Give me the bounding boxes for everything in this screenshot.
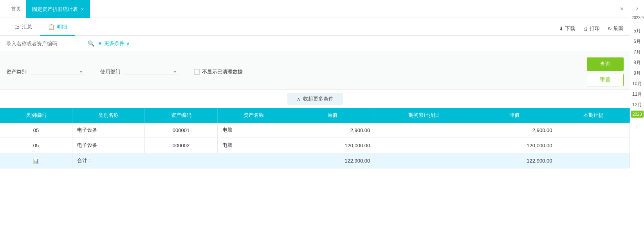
cell-original-value: 2,900.00 [290,123,375,138]
refresh-icon: ↻ [608,26,612,32]
col-asset-code: 资产编码 [145,108,218,123]
sidebar-month-11[interactable]: 11月 [631,89,644,99]
cell-current-provision [557,138,630,153]
more-filter-button[interactable]: ▼ 更多条件 ∨ [97,40,130,47]
cell-original-value: 120,000.00 [290,138,375,153]
sidebar-month-9[interactable]: 9月 [631,68,644,78]
sidebar-month-5[interactable]: 5月 [631,26,644,36]
checkbox-icon [194,69,200,75]
department-arrow-icon: ▼ [173,70,177,74]
sidebar-month-6[interactable]: 6月 [631,37,644,46]
cell-asset-code: 000001 [145,123,218,138]
hide-cleared-label: 不显示已清理数据 [202,68,243,75]
cell-net-value: 2,900.00 [472,123,557,138]
filter-row: 资产类别 ▼ 使用部门 ▼ 不显示已清理数据 [6,57,624,86]
sidebar-month-12[interactable]: 12月 [631,100,644,110]
filter-icon: ▼ [97,41,103,46]
tab-summary-label: 汇总 [22,23,32,30]
cell-asset-code: 000002 [145,138,218,153]
sidebar-year-label[interactable]: 2023 [631,111,644,118]
content-wrapper: 🗂 汇总 📋 明细 ⬇ 下载 🖨 打印 ↻ [0,18,630,236]
cell-asset-name: 电脑 [217,138,290,153]
subtotal-icon-cell: 📊 [0,153,72,168]
subtotal-net-value: 122,900.00 [472,153,557,168]
top-nav: 首页 固定资产折旧统计表 × × [0,0,630,18]
cell-category-name: 电子设备 [72,123,145,138]
subtotal-current-provision [557,153,630,168]
active-tab-label: 固定资产折旧统计表 [32,6,78,13]
table-body: 05 电子设备 000001 电脑 2,900.00 2,900.00 05 电… [0,123,630,168]
hide-cleared-checkbox[interactable]: 不显示已清理数据 [194,68,243,75]
col-asset-name: 资产名称 [217,108,290,123]
tab-detail-label: 明细 [57,23,67,30]
subtotal-row: 📊 合计： 122,900.00 122,900.00 [0,153,630,168]
window-close-button[interactable]: × [620,5,624,13]
sidebar-date-label: 2023.01 [631,14,644,21]
cell-category-code: 05 [0,138,72,153]
refresh-label: 刷新 [613,25,624,32]
search-bar: 🔍 ▼ 更多条件 ∨ [0,36,630,51]
cell-current-provision [557,123,630,138]
print-button[interactable]: 🖨 打印 [583,25,600,32]
refresh-button[interactable]: ↻ 刷新 [608,25,624,32]
sidebar-month-7[interactable]: 7月 [631,47,644,57]
download-button[interactable]: ⬇ 下载 [559,25,575,32]
search-input[interactable] [6,41,85,46]
asset-category-arrow-icon: ▼ [79,70,83,74]
department-filter: 使用部门 ▼ [100,68,179,75]
col-net-value: 净值 [472,108,557,123]
cell-asset-name: 电脑 [217,123,290,138]
chevron-up-icon: ∧ [297,96,301,102]
tab-close-button[interactable]: × [81,7,84,12]
filter-area: 资产类别 ▼ 使用部门 ▼ 不显示已清理数据 [0,51,630,90]
download-label: 下载 [565,25,575,32]
col-current-provision: 本期计提 [557,108,630,123]
active-tab: 固定资产折旧统计表 × [26,0,90,18]
col-category-name: 类别名称 [72,108,145,123]
download-icon: ⬇ [559,26,563,32]
home-nav-item[interactable]: 首页 [6,5,26,13]
reset-button[interactable]: 重置 [587,74,624,86]
tab-detail[interactable]: 📋 明细 [40,19,75,36]
print-icon: 🖨 [583,26,588,32]
right-sidebar: › 2023.01 5月 6月 7月 8月 9月 10月 11月 12月 202… [630,0,644,236]
chevron-down-icon: ∨ [126,41,130,46]
table-header: 类别编码 类别名称 资产编码 资产名称 原值 期初累计折旧 净值 本期计提 [0,108,630,123]
data-table: 类别编码 类别名称 资产编码 资产名称 原值 期初累计折旧 净值 本期计提 05… [0,108,630,168]
sidebar-month-8[interactable]: 8月 [631,58,644,68]
sidebar-expand-button[interactable]: › [635,3,640,13]
table-container: 类别编码 类别名称 资产编码 资产名称 原值 期初累计折旧 净值 本期计提 05… [0,108,630,236]
toolbar: ⬇ 下载 🖨 打印 ↻ 刷新 [559,25,624,35]
subtotal-accumulated-depreciation [375,153,472,168]
collapse-button[interactable]: ∧ 收起更多条件 [287,93,343,105]
asset-category-select[interactable]: ▼ [30,69,85,75]
table-row: 05 电子设备 000002 电脑 120,000.00 120,000.00 [0,138,630,153]
col-category-code: 类别编码 [0,108,72,123]
department-label: 使用部门 [100,68,121,75]
query-button[interactable]: 查询 [587,57,624,71]
cell-accumulated-depreciation [375,123,472,138]
tabs-left: 🗂 汇总 📋 明细 [6,18,75,35]
subtotal-original-value: 122,900.00 [290,153,375,168]
cell-accumulated-depreciation [375,138,472,153]
collapse-label: 收起更多条件 [303,95,334,102]
col-original-value: 原值 [290,108,375,123]
cell-category-name: 电子设备 [72,138,145,153]
subtotal-label: 合计： [72,153,290,168]
tabs-row: 🗂 汇总 📋 明细 ⬇ 下载 🖨 打印 ↻ [0,18,630,36]
search-icon[interactable]: 🔍 [88,40,94,46]
col-accumulated-depreciation: 期初累计折旧 [375,108,472,123]
print-label: 打印 [590,25,600,32]
department-select[interactable]: ▼ [124,69,179,75]
sidebar-month-10[interactable]: 10月 [631,79,644,89]
collapse-bar: ∧ 收起更多条件 [0,90,630,108]
tab-summary[interactable]: 🗂 汇总 [6,19,40,36]
detail-icon: 📋 [48,24,54,30]
asset-category-label: 资产类别 [6,68,27,75]
asset-category-filter: 资产类别 ▼ [6,68,85,75]
filter-actions: 查询 重置 [587,57,624,86]
cell-category-code: 05 [0,123,72,138]
cell-net-value: 120,000.00 [472,138,557,153]
layers-icon: 🗂 [14,24,20,30]
more-filter-label: 更多条件 [104,40,124,47]
